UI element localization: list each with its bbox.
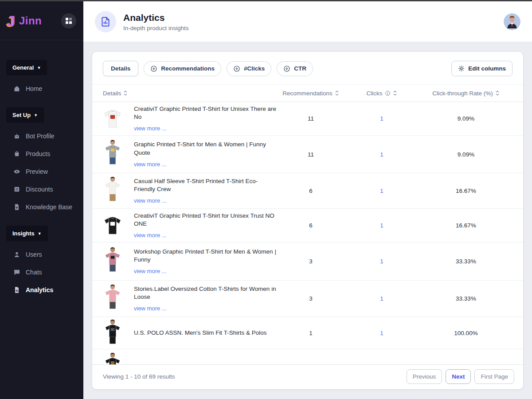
sidebar-section-label: General xyxy=(12,64,34,71)
previous-button[interactable]: Previous xyxy=(407,369,442,384)
sort-icon[interactable] xyxy=(335,90,339,96)
sidebar-item-label: Knowledge Base xyxy=(26,203,72,211)
clicks-link[interactable]: 1 xyxy=(380,188,383,194)
product-title: U.S. POLO ASSN. Men's Slim Fit T-Shirts … xyxy=(134,329,266,337)
sidebar-item-label: Products xyxy=(26,150,50,157)
results-count: Viewing 1 - 10 of 69 results xyxy=(103,373,403,380)
apps-grid-button[interactable] xyxy=(61,13,76,28)
recommendations-value: 11 xyxy=(278,151,344,158)
product-info: CreativiT Graphic Printed T-Shirt for Un… xyxy=(134,105,278,132)
pagination: PreviousNextFirst Page xyxy=(403,369,514,384)
clicks-cell: 1 xyxy=(344,188,419,194)
chip-label: #Clicks xyxy=(244,65,265,72)
view-more-link[interactable]: view more ... xyxy=(134,161,167,168)
clicks-link[interactable]: 1 xyxy=(380,222,383,229)
column-header-clicks[interactable]: Clicks xyxy=(344,90,419,97)
sidebar-item-home[interactable]: Home xyxy=(0,80,83,98)
sort-icon[interactable] xyxy=(495,90,500,96)
table-row: CreativiT Graphic Printed T-Shirt for Un… xyxy=(92,102,523,136)
main-area: Analytics In-depth product insights xyxy=(83,1,532,399)
add-chip--clicks[interactable]: #Clicks xyxy=(227,61,271,76)
details-cell: Casual Half Sleeve T-Shirt Printed T-Shi… xyxy=(103,176,278,206)
analytics-page-icon xyxy=(95,11,116,32)
discounts-icon xyxy=(13,186,20,193)
page-subtitle: In-depth product insights xyxy=(123,25,189,31)
view-more-link[interactable]: view more ... xyxy=(134,232,167,239)
ctr-value: 33.33% xyxy=(419,258,512,265)
table-body: CreativiT Graphic Printed T-Shirt for Un… xyxy=(92,102,523,364)
product-title: Stories.Label Oversized Cotton T-Shirts … xyxy=(134,285,278,301)
clicks-cell: 1 xyxy=(344,151,419,158)
clicks-link[interactable]: 1 xyxy=(380,151,383,158)
sidebar-section-insights[interactable]: Insights▼ xyxy=(6,226,48,241)
table-row: Men's Printed Casual Cotton Tshirt (AB_1… xyxy=(92,349,523,364)
sidebar-item-users[interactable]: Users xyxy=(0,246,83,263)
column-header-click-through-rate-[interactable]: Click-through Rate (%) xyxy=(419,90,512,97)
clicks-cell: 1 xyxy=(344,295,419,302)
recommendations-value: 6 xyxy=(278,188,344,194)
details-cell: Stories.Label Oversized Cotton T-Shirts … xyxy=(103,284,278,313)
add-chip-recommendations[interactable]: Recommendations xyxy=(144,61,221,76)
sidebar-item-discounts[interactable]: Discounts xyxy=(0,180,83,198)
sidebar-item-preview[interactable]: Preview xyxy=(0,163,83,180)
analytics-icon xyxy=(13,286,20,293)
sidebar-item-products[interactable]: Products xyxy=(0,145,83,163)
product-title: Workshop Graphic Printed T-Shirt for Men… xyxy=(134,248,278,264)
analytics-card: Details Recommendations#ClicksCTR Edit c… xyxy=(92,52,523,389)
clicks-cell: 1 xyxy=(344,115,419,122)
sidebar-item-chats[interactable]: Chats xyxy=(0,263,83,281)
chats-icon xyxy=(13,269,20,276)
user-avatar[interactable] xyxy=(504,13,520,30)
products-icon xyxy=(13,150,20,157)
table-row: CreativiT Graphic Printed T-Shirt for Un… xyxy=(92,209,523,243)
edit-columns-button[interactable]: Edit columns xyxy=(451,61,512,76)
gear-icon xyxy=(458,65,465,72)
product-image xyxy=(103,319,122,347)
product-title: CreativiT Graphic Printed T-Shirt for Un… xyxy=(134,105,278,121)
view-more-link[interactable]: view more ... xyxy=(134,125,167,132)
add-chip-ctr[interactable]: CTR xyxy=(277,61,313,76)
details-cell: Graphic Printed T-Shirt for Men & Women … xyxy=(103,140,278,169)
next-button[interactable]: Next xyxy=(446,369,471,384)
ctr-value: 16.67% xyxy=(419,188,512,194)
sidebar-item-label: Chats xyxy=(26,269,42,276)
ctr-value: 9.09% xyxy=(419,115,512,122)
column-header-details[interactable]: Details xyxy=(103,90,278,97)
info-icon[interactable] xyxy=(385,90,391,96)
view-more-link[interactable]: view more ... xyxy=(134,197,167,204)
plus-circle-icon xyxy=(150,65,157,72)
sidebar: J Jinn General▼HomeSet Up▼Bot ProfilePro… xyxy=(0,1,83,399)
plus-circle-icon xyxy=(283,65,290,72)
bot-icon xyxy=(13,133,20,140)
recommendations-value: 3 xyxy=(278,295,344,302)
sidebar-item-analytics[interactable]: Analytics xyxy=(0,281,83,299)
users-icon xyxy=(13,251,20,258)
sidebar-item-bot-profile[interactable]: Bot Profile xyxy=(0,127,83,145)
clicks-link[interactable]: 1 xyxy=(380,115,383,122)
details-cell: Men's Printed Casual Cotton Tshirt (AB_1… xyxy=(103,352,278,365)
ctr-value: 100.00% xyxy=(419,330,512,336)
product-image xyxy=(103,352,122,365)
view-more-link[interactable]: view more ... xyxy=(134,305,167,312)
sidebar-section-general[interactable]: General▼ xyxy=(6,60,47,75)
column-header-recommendations[interactable]: Recommendations xyxy=(278,90,344,97)
clicks-link[interactable]: 1 xyxy=(380,295,383,302)
sort-icon[interactable] xyxy=(123,90,128,96)
sidebar-section-set-up[interactable]: Set Up▼ xyxy=(6,107,44,123)
product-image xyxy=(103,140,122,169)
product-info: Stories.Label Oversized Cotton T-Shirts … xyxy=(134,285,278,312)
table-row: Graphic Printed T-Shirt for Men & Women … xyxy=(92,136,523,173)
sort-icon[interactable] xyxy=(393,90,397,96)
clicks-link[interactable]: 1 xyxy=(380,258,383,265)
column-label: Click-through Rate (%) xyxy=(432,90,493,97)
chip-details[interactable]: Details xyxy=(103,61,138,76)
first-page-button[interactable]: First Page xyxy=(474,369,514,384)
chevron-down-icon: ▼ xyxy=(34,113,38,117)
product-title: Casual Half Sleeve T-Shirt Printed T-Shi… xyxy=(134,177,278,193)
knowledge-base-icon xyxy=(13,203,20,211)
sidebar-item-knowledge-base[interactable]: Knowledge Base xyxy=(0,198,83,216)
view-more-link[interactable]: view more ... xyxy=(134,268,167,274)
clicks-link[interactable]: 1 xyxy=(380,330,383,336)
filter-chips-row: Details Recommendations#ClicksCTR Edit c… xyxy=(92,52,523,84)
recommendations-value: 3 xyxy=(278,258,344,265)
